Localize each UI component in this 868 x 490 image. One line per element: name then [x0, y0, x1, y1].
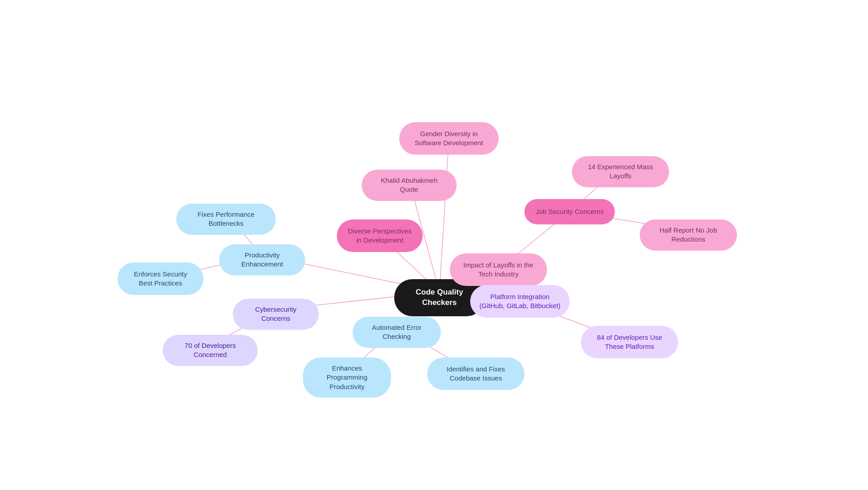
node-diverse-perspectives: Diverse Perspectives in Development	[337, 219, 423, 252]
mindmap-container: Code Quality CheckersGender Diversity in…	[0, 0, 868, 490]
node-70-developers: 70 of Developers Concerned	[163, 335, 258, 366]
node-productivity-enhancement: Productivity Enhancement	[219, 244, 305, 276]
node-fixes-perf: Fixes Performance Bottlenecks	[176, 204, 276, 235]
node-identifies-fixes: Identifies and Fixes Codebase Issues	[427, 357, 524, 390]
node-14-experienced: 14 Experienced Mass Layoffs	[572, 156, 669, 187]
node-enhances-prog: Enhances Programming Productivity	[303, 357, 391, 398]
node-84-developers: 84 of Developers Use These Platforms	[581, 326, 678, 358]
node-automated-error: Automated Error Checking	[353, 317, 441, 348]
node-khalid-quote: Khalid Abuhakmeh Quote	[362, 170, 457, 201]
node-half-report: Half Report No Job Reductions	[640, 219, 737, 251]
node-gender-diversity: Gender Diversity in Software Development	[399, 122, 499, 155]
connections-svg	[0, 0, 868, 490]
node-enforces-security: Enforces Security Best Practices	[118, 262, 203, 295]
node-impact-layoffs: Impact of Layoffs in the Tech Industry	[450, 253, 547, 286]
svg-line-0	[439, 138, 449, 292]
node-job-security: Job Security Concerns	[524, 199, 615, 224]
node-platform-integration: Platform Integration (GitHub, GitLab, Bi…	[470, 285, 570, 318]
node-cybersecurity: Cybersecurity Concerns	[233, 299, 319, 330]
